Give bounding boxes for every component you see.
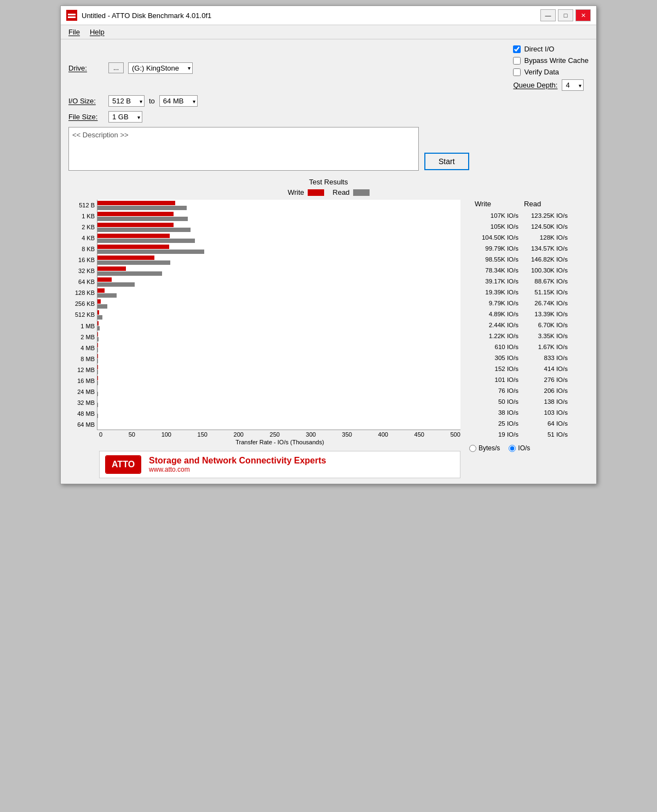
drive-browse-button[interactable]: ...	[108, 62, 124, 73]
bar-row	[97, 419, 460, 430]
read-bar	[97, 326, 100, 330]
bar-pair	[97, 245, 460, 254]
description-input[interactable]: << Description >>	[68, 127, 419, 171]
atto-logo: ATTO	[106, 456, 140, 473]
write-bar	[97, 245, 169, 249]
minimize-button[interactable]: —	[540, 9, 556, 21]
x-axis-tick: 300	[306, 431, 316, 438]
start-button[interactable]: Start	[424, 153, 469, 170]
data-write-value: 610 IO/s	[469, 344, 518, 350]
write-bar	[97, 321, 99, 326]
bar-row	[97, 364, 460, 375]
bar-pair	[97, 420, 460, 429]
read-bar	[97, 260, 170, 265]
x-axis-label: Transfer Rate - IO/s (Thousands)	[99, 439, 460, 445]
io-from-select-wrap: 512 B	[108, 95, 145, 107]
data-read-value: 51.15K IO/s	[518, 289, 568, 295]
read-bar	[97, 359, 98, 363]
x-axis: 050100150200250300350400450500	[99, 431, 460, 438]
start-container: Start	[424, 127, 469, 172]
write-bar	[97, 201, 175, 205]
read-swatch	[353, 189, 370, 196]
write-bar	[97, 212, 174, 216]
data-row: 78.34K IO/s100.30K IO/s	[469, 265, 589, 276]
data-row: 610 IO/s1.67K IO/s	[469, 341, 589, 352]
y-label: 8 MB	[68, 353, 95, 364]
y-label: 512 B	[68, 200, 95, 211]
y-label: 2 KB	[68, 222, 95, 233]
data-read-value: 88.67K IO/s	[518, 278, 568, 285]
y-label: 8 KB	[68, 243, 95, 254]
bytes-per-s-radio[interactable]	[469, 445, 476, 452]
y-label: 48 MB	[68, 408, 95, 419]
bar-pair	[97, 266, 460, 276]
bar-row	[97, 386, 460, 397]
bar-row	[97, 320, 460, 331]
legend-row: Write Read	[68, 188, 589, 196]
data-write-value: 50 IO/s	[469, 398, 518, 405]
data-read-value: 414 IO/s	[518, 366, 568, 372]
data-row: 101 IO/s276 IO/s	[469, 374, 589, 385]
y-label: 32 KB	[68, 265, 95, 276]
io-to-select[interactable]: 64 MB	[159, 95, 198, 107]
x-axis-tick: 0	[99, 431, 102, 438]
y-label: 4 KB	[68, 233, 95, 243]
y-label: 4 MB	[68, 343, 95, 353]
data-read-value: 1.67K IO/s	[518, 344, 568, 350]
bar-pair	[97, 223, 460, 232]
title-buttons: — □ ✕	[540, 9, 591, 21]
read-bar	[97, 282, 135, 287]
data-row: 50 IO/s138 IO/s	[469, 396, 589, 407]
atto-banner: ATTO Storage and Network Connectivity Ex…	[99, 451, 460, 478]
verify-data-checkbox[interactable]	[513, 68, 521, 76]
bar-row	[97, 353, 460, 364]
file-size-select-wrap: 1 GB	[108, 111, 142, 123]
data-row: 19.39K IO/s51.15K IO/s	[469, 287, 589, 298]
file-size-select[interactable]: 1 GB	[108, 111, 142, 123]
menu-file[interactable]: File	[64, 26, 84, 38]
bytes-per-s-label: Bytes/s	[479, 444, 500, 452]
queue-depth-label: Queue Depth:	[513, 81, 557, 89]
write-bar	[97, 332, 98, 337]
legend-write: Write	[287, 188, 324, 196]
data-write-value: 78.34K IO/s	[469, 267, 518, 274]
io-per-s-label: IO/s	[518, 444, 530, 452]
data-write-value: 4.89K IO/s	[469, 311, 518, 317]
bars-wrapper	[97, 200, 460, 430]
close-button[interactable]: ✕	[575, 9, 591, 21]
bar-pair	[97, 332, 460, 341]
data-read-value: 13.39K IO/s	[518, 311, 568, 317]
x-axis-tick: 250	[270, 431, 280, 438]
data-read-value: 26.74K IO/s	[518, 300, 568, 306]
chart-area: 512 B1 KB2 KB4 KB8 KB16 KB32 KB64 KB128 …	[68, 200, 460, 478]
chart-inner: 512 B1 KB2 KB4 KB8 KB16 KB32 KB64 KB128 …	[68, 200, 460, 430]
read-bar	[97, 271, 162, 276]
data-row: 98.55K IO/s146.82K IO/s	[469, 254, 589, 265]
data-row: 4.89K IO/s13.39K IO/s	[469, 309, 589, 320]
bypass-write-cache-checkbox[interactable]	[513, 57, 521, 65]
data-read-value: 146.82K IO/s	[518, 256, 568, 263]
svg-rect-1	[68, 14, 76, 15]
io-from-select[interactable]: 512 B	[108, 95, 145, 107]
write-bar	[97, 256, 154, 260]
data-read-value: 103 IO/s	[518, 409, 568, 416]
drive-select-wrap: (G:) KingStone	[128, 62, 193, 74]
maximize-button[interactable]: □	[558, 9, 573, 21]
atto-text: Storage and Network Connectivity Experts…	[149, 456, 326, 473]
data-row: 2.44K IO/s6.70K IO/s	[469, 320, 589, 330]
drive-select[interactable]: (G:) KingStone	[128, 62, 193, 74]
queue-depth-select-wrap: 4	[562, 79, 584, 91]
x-axis-tick: 500	[451, 431, 460, 438]
io-per-s-radio[interactable]	[509, 445, 516, 452]
menu-help[interactable]: Help	[85, 26, 109, 38]
direct-io-checkbox[interactable]	[513, 45, 521, 53]
unit-radios: Bytes/s IO/s	[469, 444, 589, 452]
direct-io-label: Direct I/O	[524, 45, 554, 53]
menu-bar: File Help	[61, 25, 596, 39]
data-read-value: 206 IO/s	[518, 387, 568, 394]
x-axis-tick: 200	[234, 431, 244, 438]
data-row: 38 IO/s103 IO/s	[469, 407, 589, 418]
test-results-title: Test Results	[68, 178, 589, 186]
queue-depth-select[interactable]: 4	[562, 79, 584, 91]
bar-pair	[97, 299, 460, 309]
